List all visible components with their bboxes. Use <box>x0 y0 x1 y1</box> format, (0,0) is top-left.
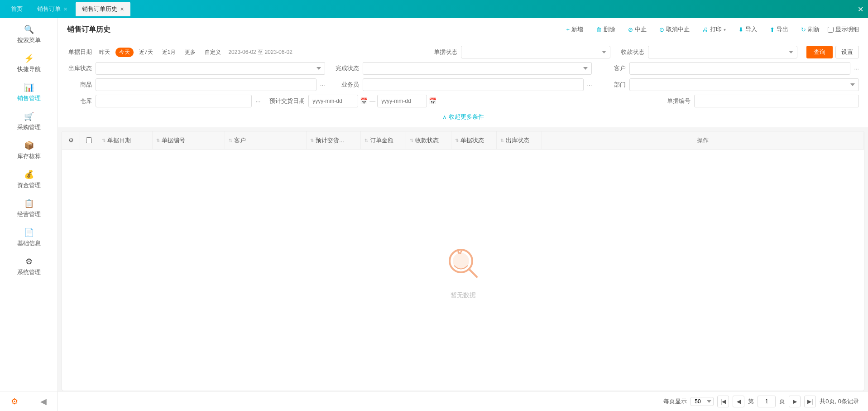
sort-amount-icon[interactable]: ⇅ <box>364 138 368 143</box>
out-status-select[interactable] <box>96 62 325 75</box>
sort-customer-icon[interactable]: ⇅ <box>229 138 232 143</box>
sidebar-item-inventory[interactable]: 📦 库存核算 <box>0 136 58 165</box>
stop-button[interactable]: ⊘ 中止 <box>623 24 651 35</box>
filter-row-4: 仓库 ··· 预计交货日期 📅 — 📅 单据编号 <box>67 95 859 107</box>
select-all-checkbox[interactable] <box>86 137 92 143</box>
complete-status-select[interactable] <box>363 62 592 75</box>
date-btn-7days[interactable]: 近7天 <box>135 48 157 57</box>
empty-text: 暂无数据 <box>451 291 476 300</box>
th-num: ⇅ 单据编号 <box>153 131 225 149</box>
sidebar-settings-icon[interactable]: ⚙ <box>11 396 18 406</box>
top-bar: 首页 销售订单 ✕ 销售订单历史 ✕ ✕ <box>0 0 868 18</box>
refresh-button[interactable]: ↻ 刷新 <box>796 24 824 35</box>
tab-home[interactable]: 首页 <box>5 2 29 16</box>
print-button[interactable]: 🖨 打印 ▾ <box>698 24 730 35</box>
dept-select[interactable] <box>629 78 859 91</box>
total-text: 共0页, 0条记录 <box>820 397 859 406</box>
system-icon: ⚙ <box>25 256 33 266</box>
filter-row-3: 商品 ··· 业务员 ··· 部门 <box>67 78 859 91</box>
date-filter: 单据日期 昨天 今天 近7天 近1月 更多 自定义 2023-06-02 至 2… <box>67 48 423 57</box>
sort-receipt-icon[interactable]: ⇅ <box>410 138 413 143</box>
th-settings[interactable]: ⚙ <box>62 131 80 149</box>
sidebar-item-search[interactable]: 🔍 搜索菜单 <box>0 20 58 49</box>
sort-delivery-icon[interactable]: ⇅ <box>310 138 314 143</box>
add-button[interactable]: + 新增 <box>561 24 588 35</box>
complete-status-label: 完成状态 <box>334 64 359 73</box>
sidebar-bottom: ⚙ ◀ <box>0 392 58 411</box>
customer-label: 客户 <box>601 64 626 73</box>
sidebar-item-system[interactable]: ⚙ 系统管理 <box>0 252 58 281</box>
out-status-label: 出库状态 <box>67 64 92 73</box>
query-button[interactable]: 查询 <box>806 46 833 58</box>
delivery-date-input-group: 📅 — 📅 <box>308 95 657 107</box>
sidebar-item-sales[interactable]: 📊 销售管理 <box>0 78 58 107</box>
top-bar-right: ✕ <box>858 5 863 14</box>
sort-bill-icon[interactable]: ⇅ <box>455 138 459 143</box>
sidebar-item-quicknav[interactable]: ⚡ 快捷导航 <box>0 49 58 78</box>
close-tab-sales-order-history[interactable]: ✕ <box>120 6 124 12</box>
date-btn-more[interactable]: 更多 <box>181 48 199 57</box>
last-page-btn[interactable]: ▶| <box>804 396 816 407</box>
th-checkbox[interactable] <box>80 131 98 149</box>
date-btn-custom[interactable]: 自定义 <box>201 48 225 57</box>
delivery-date-filter: 预计交货日期 📅 — 📅 <box>269 95 657 107</box>
date-btn-1month[interactable]: 近1月 <box>158 48 180 57</box>
sort-date-icon[interactable]: ⇅ <box>102 138 106 143</box>
sidebar-item-operations[interactable]: 📋 经营管理 <box>0 194 58 223</box>
more-filters-toggle[interactable]: ∧ 收起更多条件 <box>67 111 859 123</box>
close-tab-sales-order[interactable]: ✕ <box>63 6 67 12</box>
prev-page-btn[interactable]: ◀ <box>733 396 744 407</box>
filter-area: 单据日期 昨天 今天 近7天 近1月 更多 自定义 2023-06-02 至 2… <box>58 41 868 127</box>
warehouse-input[interactable] <box>96 95 252 107</box>
svg-line-1 <box>469 269 477 277</box>
search-menu-icon: 🔍 <box>24 24 34 34</box>
goods-filter: 商品 ··· <box>67 78 325 91</box>
receipt-status-select[interactable] <box>648 46 797 58</box>
sidebar-collapse-icon[interactable]: ◀ <box>40 396 47 406</box>
th-customer: ⇅ 客户 <box>225 131 307 149</box>
delivery-date-label: 预计交货日期 <box>269 97 305 105</box>
settings-button[interactable]: 设置 <box>835 46 859 58</box>
main-layout: 🔍 搜索菜单 ⚡ 快捷导航 📊 销售管理 🛒 采购管理 📦 库存核算 💰 资金管… <box>0 18 868 411</box>
goods-dots[interactable]: ··· <box>320 82 325 88</box>
salesperson-dots[interactable]: ··· <box>587 82 592 88</box>
show-detail-checkbox-label[interactable]: 显示明细 <box>828 25 859 34</box>
cancel-stop-button[interactable]: ⊙ 取消中止 <box>655 24 694 35</box>
page-label: 第 <box>748 397 754 406</box>
per-page-select[interactable]: 50 20 100 <box>691 397 714 406</box>
delivery-date-start[interactable] <box>308 95 358 107</box>
date-btn-today[interactable]: 今天 <box>115 48 134 57</box>
bill-no-label: 单据编号 <box>666 97 691 105</box>
bill-status-select[interactable] <box>461 46 610 58</box>
first-page-btn[interactable]: |◀ <box>717 396 729 407</box>
sidebar-item-finance[interactable]: 💰 资金管理 <box>0 165 58 194</box>
customer-input[interactable] <box>629 62 850 75</box>
th-delivery: ⇅ 预计交货... <box>307 131 361 149</box>
export-button[interactable]: ⬆ 导出 <box>765 24 793 35</box>
customer-filter: 客户 ··· <box>601 62 859 75</box>
tab-sales-order-history[interactable]: 销售订单历史 ✕ <box>76 2 130 16</box>
salesperson-input[interactable] <box>363 78 584 91</box>
bill-no-input[interactable] <box>694 95 859 107</box>
delivery-date-end[interactable] <box>377 95 427 107</box>
goods-label: 商品 <box>67 81 92 89</box>
sidebar-item-basic[interactable]: 📄 基础信息 <box>0 223 58 252</box>
empty-state: 🐿 暂无数据 <box>62 150 864 391</box>
customer-dots[interactable]: ··· <box>854 65 859 72</box>
delete-button[interactable]: 🗑 删除 <box>591 24 620 35</box>
sort-num-icon[interactable]: ⇅ <box>156 138 160 143</box>
window-close-btn[interactable]: ✕ <box>858 5 863 14</box>
next-page-btn[interactable]: ▶ <box>789 396 801 407</box>
date-btn-yesterday[interactable]: 昨天 <box>96 48 114 57</box>
page-number-input[interactable] <box>758 396 776 407</box>
tab-sales-order[interactable]: 销售订单 ✕ <box>31 2 74 16</box>
import-button[interactable]: ⬇ 导入 <box>734 24 762 35</box>
sort-out-icon[interactable]: ⇅ <box>500 138 504 143</box>
date-separator: — <box>369 98 375 105</box>
sidebar-item-purchase[interactable]: 🛒 采购管理 <box>0 107 58 136</box>
add-icon: + <box>566 26 570 33</box>
warehouse-dots[interactable]: ··· <box>255 98 260 105</box>
show-detail-checkbox[interactable] <box>828 27 834 33</box>
goods-input[interactable] <box>96 78 317 91</box>
quicknav-icon: ⚡ <box>24 53 34 63</box>
